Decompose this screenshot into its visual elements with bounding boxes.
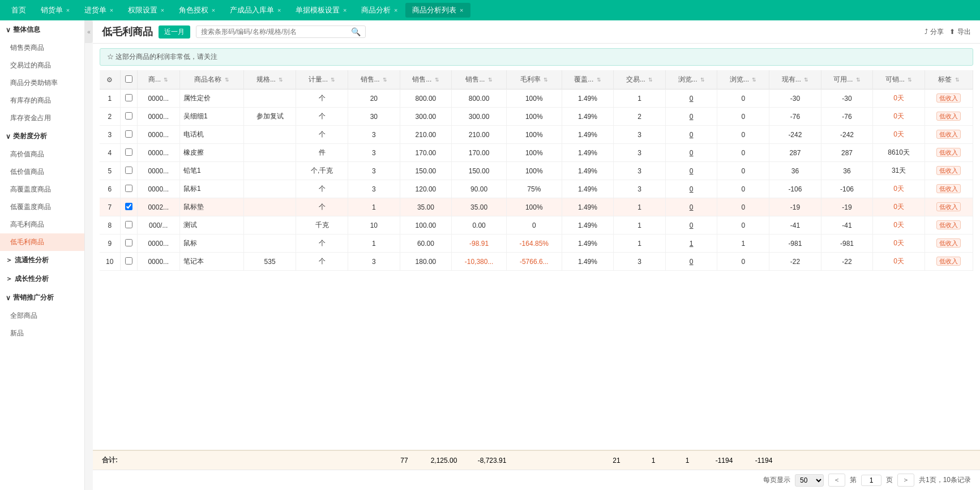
view1-link[interactable]: 0	[690, 131, 694, 139]
sidebar-item-low-value[interactable]: 低价值商品	[0, 163, 84, 181]
nav-analysis-list[interactable]: 商品分析列表 ×	[405, 3, 470, 18]
row-coverage: 1.49%	[562, 126, 614, 144]
sidebar-item-new-goods[interactable]: 新品	[0, 325, 84, 342]
row-spec	[243, 90, 296, 108]
sidebar-item-low-margin[interactable]: 低毛利商品	[0, 233, 84, 251]
total-empty3	[200, 457, 246, 465]
nav-close-roles[interactable]: ×	[212, 7, 215, 14]
nav-permissions[interactable]: 权限设置 ×	[121, 3, 171, 18]
sidebar-item-high-margin[interactable]: 高毛利商品	[0, 216, 84, 233]
col-available-stock[interactable]: 可用... ⇅	[821, 70, 873, 90]
page-number-input[interactable]	[861, 475, 881, 486]
view1-link[interactable]: 0	[690, 221, 694, 229]
col-sales-qty[interactable]: 销售... ⇅	[348, 70, 400, 90]
col-tag[interactable]: 标签 ⇅	[925, 70, 973, 90]
row-unit: 件	[296, 144, 348, 162]
col-code[interactable]: 商... ⇅	[137, 70, 179, 90]
period-button[interactable]: 近一月	[159, 25, 190, 39]
col-name[interactable]: 商品名称 ⇅	[179, 70, 243, 90]
sidebar-item-stock-funds[interactable]: 库存资金占用	[0, 109, 84, 127]
sidebar-item-sales-goods[interactable]: 销售类商品	[0, 39, 84, 57]
next-page-button[interactable]: ＞	[897, 474, 914, 487]
view1-link[interactable]: 1	[690, 240, 694, 248]
row-checkbox[interactable]	[125, 167, 132, 174]
nav-template[interactable]: 单据模板设置 ×	[289, 3, 353, 18]
row-sales-amount: 170.00	[452, 144, 507, 162]
row-checkbox[interactable]	[125, 112, 132, 120]
view1-link[interactable]: 0	[690, 149, 694, 157]
sidebar-item-traded-goods[interactable]: 交易过的商品	[0, 57, 84, 74]
nav-sales[interactable]: 销货单 ×	[34, 3, 76, 18]
row-available-stock: -106	[821, 180, 873, 198]
search-input[interactable]	[201, 28, 349, 36]
col-gross-margin[interactable]: 毛利率 ⇅	[506, 70, 562, 90]
sidebar-item-stocked-goods[interactable]: 有库存的商品	[0, 92, 84, 109]
view1-link[interactable]: 0	[690, 185, 694, 193]
nav-analysis[interactable]: 商品分析 ×	[354, 3, 404, 18]
col-settings[interactable]: ⚙	[100, 70, 120, 90]
total-sales-price: 2,125.00	[421, 457, 467, 465]
prev-page-button[interactable]: ＜	[828, 474, 845, 487]
nav-roles[interactable]: 角色授权 ×	[172, 3, 222, 18]
row-code: 0000...	[137, 253, 179, 271]
export-button[interactable]: ⬆ 导出	[949, 27, 971, 37]
col-unit[interactable]: 计量... ⇅	[296, 70, 348, 90]
row-no: 9	[100, 235, 120, 253]
view1-link[interactable]: 0	[690, 203, 694, 211]
row-checkbox-cell	[120, 180, 137, 198]
nav-home[interactable]: 首页	[5, 3, 33, 18]
sidebar-item-category-rate[interactable]: 商品分类助销率	[0, 74, 84, 92]
sidebar-item-all-goods[interactable]: 全部商品	[0, 307, 84, 325]
row-checkbox[interactable]	[125, 185, 132, 192]
col-coverage[interactable]: 覆盖... ⇅	[562, 70, 614, 90]
row-tag: 低收入	[925, 198, 973, 216]
row-code: 0000...	[137, 180, 179, 198]
row-checkbox[interactable]	[125, 221, 132, 228]
sidebar: ∨ 整体信息 销售类商品 交易过的商品 商品分类助销率 有库存的商品 库存资金占…	[0, 20, 85, 490]
nav-close-sales[interactable]: ×	[66, 7, 70, 14]
row-checkbox[interactable]	[125, 239, 132, 246]
sidebar-section-marketing[interactable]: ∨ 营销推广分析	[0, 288, 84, 307]
share-button[interactable]: ⤴ 分享	[925, 27, 944, 37]
data-table: ⚙ 商... ⇅ 商品名称 ⇅ 规格... ⇅ 计量... ⇅ 销售... ⇅ …	[100, 70, 973, 271]
per-page-select[interactable]: 50 100 200	[795, 474, 824, 487]
select-all-checkbox[interactable]	[125, 75, 132, 83]
col-view1[interactable]: 浏览... ⇅	[665, 70, 717, 90]
nav-products[interactable]: 产成品入库单 ×	[223, 3, 288, 18]
sidebar-section-growth[interactable]: ＞ 成长性分析	[0, 270, 84, 288]
nav-close-purchase[interactable]: ×	[110, 7, 113, 14]
row-checkbox[interactable]	[125, 257, 132, 265]
nav-close-template[interactable]: ×	[343, 7, 346, 14]
sidebar-section-coverage[interactable]: ∨ 类射度分析	[0, 127, 84, 146]
sidebar-section-overview[interactable]: ∨ 整体信息	[0, 20, 84, 39]
nav-close-analysis[interactable]: ×	[394, 7, 397, 14]
col-current-stock[interactable]: 现有... ⇅	[769, 70, 821, 90]
col-view2[interactable]: 浏览... ⇅	[717, 70, 769, 90]
nav-purchase[interactable]: 进货单 ×	[78, 3, 120, 18]
sidebar-section-circulation[interactable]: ＞ 流通性分析	[0, 251, 84, 270]
col-spec[interactable]: 规格... ⇅	[243, 70, 296, 90]
nav-close-products[interactable]: ×	[277, 7, 281, 14]
view1-link[interactable]: 0	[690, 113, 694, 121]
view1-link[interactable]: 0	[690, 258, 694, 266]
page-suffix-label: 页	[886, 475, 893, 485]
col-trade-count[interactable]: 交易... ⇅	[614, 70, 666, 90]
col-sellable[interactable]: 可销... ⇅	[873, 70, 925, 90]
row-checkbox[interactable]	[125, 148, 132, 156]
nav-close-permissions[interactable]: ×	[161, 7, 164, 14]
row-code: 0000...	[137, 126, 179, 144]
collapse-sidebar-button[interactable]: «	[85, 20, 93, 43]
row-checkbox[interactable]	[125, 203, 132, 210]
row-checkbox[interactable]	[125, 94, 132, 101]
view1-link[interactable]: 0	[690, 167, 694, 175]
sidebar-item-high-value[interactable]: 高价值商品	[0, 146, 84, 163]
row-unit: 个	[296, 126, 348, 144]
search-icon[interactable]: 🔍	[351, 27, 361, 36]
row-checkbox[interactable]	[125, 130, 132, 138]
col-sales-amount[interactable]: 销售... ⇅	[452, 70, 507, 90]
sidebar-item-low-coverage[interactable]: 低覆盖度商品	[0, 198, 84, 216]
sidebar-item-high-coverage[interactable]: 高覆盖度商品	[0, 181, 84, 198]
nav-close-analysis-list[interactable]: ×	[460, 7, 463, 14]
col-sales-price[interactable]: 销售... ⇅	[400, 70, 452, 90]
view1-link[interactable]: 0	[690, 95, 694, 103]
